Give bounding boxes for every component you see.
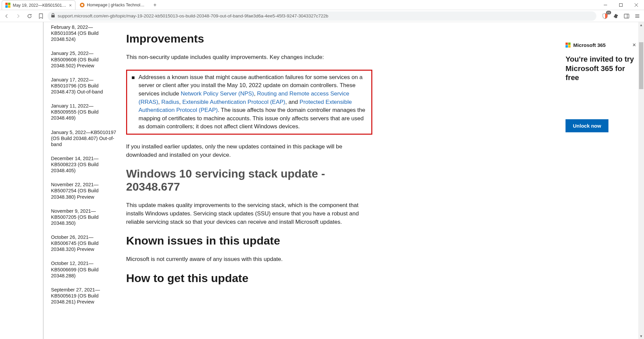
article-main: Improvements This non-security update in… — [121, 22, 386, 339]
nav-item[interactable]: November 9, 2021—KB5007205 (OS Build 203… — [50, 204, 118, 230]
sidebar-button[interactable] — [622, 11, 631, 21]
heading-ssu: Windows 10 servicing stack update - 2034… — [126, 167, 372, 193]
svg-rect-7 — [624, 14, 629, 18]
nav-item[interactable]: February 8, 2022—KB5010354 (OS Build 203… — [50, 22, 118, 46]
link-radius[interactable]: Radius — [161, 99, 179, 105]
text-fragment: , and — [285, 99, 300, 105]
tab-title: May 19, 2022—KB5015013 (OS Bu — [13, 3, 67, 8]
unlock-now-button[interactable]: Unlock now — [566, 119, 608, 132]
page-viewport: February 8, 2022—KB5010354 (OS Build 203… — [0, 22, 644, 339]
bullet-marker-icon — [132, 76, 135, 79]
svg-rect-6 — [51, 15, 55, 17]
promo-card: Microsoft 365 × You're invited to try Mi… — [566, 42, 636, 132]
text-fragment: , — [158, 99, 161, 105]
ghacks-favicon-icon — [79, 2, 85, 8]
tab-close-icon[interactable]: × — [69, 3, 72, 8]
back-button[interactable] — [2, 11, 11, 21]
window-close-button[interactable] — [629, 0, 644, 10]
shield-count-badge: 21 — [606, 11, 611, 14]
browser-tab-active[interactable]: May 19, 2022—KB5015013 (OS Bu × — [2, 0, 75, 10]
nav-item[interactable]: January 17, 2022—KB5010796 (OS Build 203… — [50, 73, 118, 99]
link-eap[interactable]: Extensible Authentication Protocol (EAP) — [182, 99, 285, 105]
window-titlebar: May 19, 2022—KB5015013 (OS Bu × Homepage… — [0, 0, 644, 10]
article-nav: February 8, 2022—KB5010354 (OS Build 203… — [44, 22, 121, 339]
promo-brand: Microsoft 365 — [573, 42, 630, 48]
browser-toolbar: support.microsoft.com/en-gb/topic/may-19… — [0, 10, 644, 22]
nav-item[interactable]: September 27, 2021—KB5005619 (OS Build 2… — [50, 283, 118, 309]
ssu-paragraph: This update makes quality improvements t… — [126, 201, 372, 226]
new-tab-button[interactable]: + — [151, 1, 159, 9]
nav-item[interactable]: December 14, 2021—KB5008223 (OS Build 20… — [50, 151, 118, 178]
scroll-up-icon[interactable]: ▲ — [638, 22, 644, 28]
window-controls — [598, 0, 644, 10]
browser-tabs: May 19, 2022—KB5015013 (OS Bu × Homepage… — [0, 0, 159, 10]
browser-tab[interactable]: Homepage | gHacks Technology News — [76, 0, 150, 10]
link-nps[interactable]: Network Policy Server (NPS) — [181, 90, 254, 97]
lock-icon — [51, 13, 55, 19]
extensions-button[interactable] — [611, 11, 621, 21]
page-scrollbar[interactable]: ▲ ▼ — [638, 22, 644, 339]
nav-item[interactable]: January 25, 2022—KB5009608 (OS Build 203… — [50, 46, 118, 72]
nav-item[interactable]: January 5, 2022—KB5010197 (OS Build 2034… — [50, 125, 118, 151]
bullet-text: Addresses a known issue that might cause… — [139, 73, 367, 131]
promo-close-icon[interactable]: × — [632, 42, 636, 49]
text-fragment: , — [254, 90, 257, 97]
nav-item[interactable]: November 22, 2021—KB5007254 (OS Build 20… — [50, 178, 118, 204]
heading-how-to-get: How to get this update — [126, 272, 372, 285]
heading-improvements: Improvements — [126, 32, 372, 45]
text-fragment: , — [179, 99, 182, 105]
nav-item[interactable]: October 12, 2021—KB5006699 (OS Build 203… — [50, 256, 118, 282]
svg-rect-3 — [620, 4, 623, 7]
known-issues-paragraph: Microsoft is not currently aware of any … — [126, 255, 372, 264]
promo-headline: You're invited to try Microsoft 365 for … — [566, 55, 636, 82]
heading-known-issues: Known issues in this update — [126, 234, 372, 247]
earlier-updates-paragraph: If you installed earlier updates, only t… — [126, 143, 372, 159]
microsoft-logo-icon — [566, 43, 571, 48]
intro-paragraph: This non-security update includes qualit… — [126, 53, 372, 62]
menu-button[interactable] — [633, 11, 642, 21]
maximize-button[interactable] — [613, 0, 629, 10]
highlighted-bullet-box: Addresses a known issue that might cause… — [126, 70, 372, 135]
minimize-button[interactable] — [598, 0, 613, 10]
shield-button[interactable]: 21 — [600, 11, 610, 21]
windows-favicon-icon — [5, 3, 11, 8]
left-gutter — [0, 22, 43, 339]
url-text: support.microsoft.com/en-gb/topic/may-19… — [58, 13, 328, 18]
forward-button[interactable] — [13, 11, 23, 21]
tab-title: Homepage | gHacks Technology News — [87, 3, 147, 7]
nav-item[interactable]: October 26, 2021—KB5006745 (OS Build 203… — [50, 230, 118, 256]
scrollbar-thumb[interactable] — [639, 42, 643, 89]
address-bar[interactable]: support.microsoft.com/en-gb/topic/may-19… — [48, 11, 596, 21]
svg-point-1 — [81, 4, 83, 6]
reload-button[interactable] — [25, 11, 34, 21]
nav-item[interactable]: January 11, 2022—KB5009555 (OS Build 203… — [50, 99, 118, 125]
scroll-down-icon[interactable]: ▼ — [638, 333, 644, 339]
bookmark-button[interactable] — [36, 11, 46, 21]
